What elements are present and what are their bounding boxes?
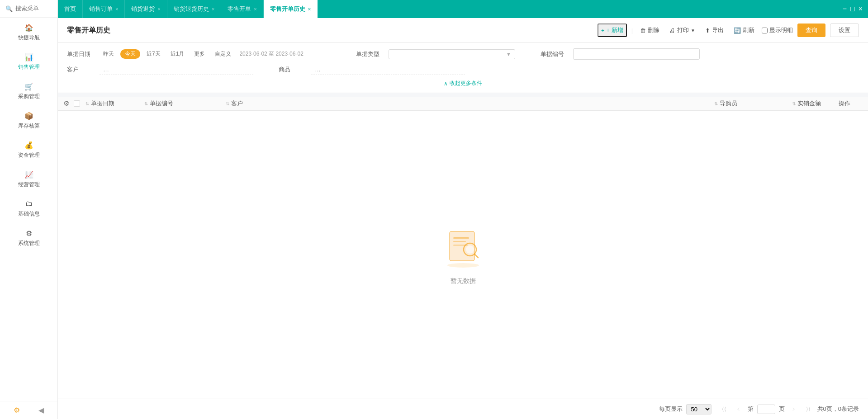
collapse-button[interactable]: ∧ 收起更多条件 <box>444 80 482 87</box>
print-button[interactable]: 🖨 打印 ▼ <box>667 24 698 36</box>
inventory-icon: 📦 <box>24 111 33 120</box>
collapse-up-icon: ∧ <box>444 80 448 87</box>
tab-retail-open-history[interactable]: 零售开单历史 × <box>264 0 318 18</box>
tab-retail-open[interactable]: 零售开单 × <box>221 0 263 18</box>
sidebar-item-basic-info[interactable]: 🗂 基础信息 <box>0 194 57 223</box>
sidebar-bottom: ⚙ ◀ <box>0 401 57 419</box>
tab-retail-open-close[interactable]: × <box>254 6 256 12</box>
tab-retail-open-label: 零售开单 <box>228 5 251 13</box>
page-next-button[interactable]: ﹥ <box>788 404 799 414</box>
sidebar-item-purchase-mgmt[interactable]: 🛒 采购管理 <box>0 76 57 106</box>
date-btn-yesterday[interactable]: 昨天 <box>100 49 118 59</box>
th-date: ⇅ 单据日期 <box>80 99 139 108</box>
svg-point-0 <box>447 263 479 268</box>
th-amount: ⇅ 实销金额 <box>763 99 826 108</box>
sidebar-search[interactable]: 🔍 搜索采单 <box>0 0 57 18</box>
customer-input[interactable] <box>100 64 253 75</box>
select-all-checkbox[interactable] <box>74 100 80 107</box>
th-guide: ⇅ 导购员 <box>709 99 763 108</box>
tab-home-label: 首页 <box>64 5 76 13</box>
sort-number-icon[interactable]: ⇅ <box>144 101 148 106</box>
add-button[interactable]: + + 新增 <box>598 24 627 37</box>
sidebar-item-label: 采购管理 <box>18 93 40 100</box>
window-close-icon[interactable]: × <box>859 5 863 13</box>
page-area: 零售开单历史 + + 新增 | 🗑 删除 🖨 打印 ▼ <box>58 18 868 419</box>
doc-number-input[interactable] <box>573 48 700 60</box>
tab-sales-return-history[interactable]: 销货退货历史 × <box>167 0 221 18</box>
window-maximize-icon[interactable]: □ <box>850 5 855 13</box>
collapse-sidebar-icon[interactable]: ◀ <box>38 406 44 414</box>
export-button[interactable]: ⬆ 导出 <box>702 24 726 36</box>
query-button[interactable]: 查询 <box>797 24 825 37</box>
th-number: ⇅ 单据编号 <box>139 99 220 108</box>
sidebar-item-label: 系统管理 <box>18 240 40 247</box>
pagination-total: 共0页，0条记录 <box>817 405 859 413</box>
sidebar-item-label: 基础信息 <box>18 210 40 218</box>
date-btn-today[interactable]: 今天 <box>120 49 140 59</box>
settings-bottom-icon[interactable]: ⚙ <box>14 406 20 414</box>
sidebar-item-sales-mgmt[interactable]: 📊 销售管理 <box>0 47 57 76</box>
sidebar-search-label: 搜索采单 <box>15 5 39 13</box>
page-prev-button[interactable]: ﹤ <box>733 404 744 414</box>
tab-sales-order-close[interactable]: × <box>115 6 118 12</box>
svg-point-7 <box>466 245 474 254</box>
tab-sales-return-history-label: 销货退货历史 <box>174 5 209 13</box>
display-switch-checkbox[interactable] <box>762 28 768 33</box>
tab-sales-order[interactable]: 销售订单 × <box>83 0 125 18</box>
purchase-icon: 🛒 <box>24 82 33 91</box>
window-minimize-icon[interactable]: − <box>843 5 847 13</box>
date-filter-buttons: 昨天 今天 近7天 近1月 更多 自定义 2023-06-02 至 2023-0… <box>100 49 304 59</box>
doc-type-select[interactable]: ▼ <box>389 49 515 59</box>
sidebar-item-label: 库存核算 <box>18 122 40 130</box>
sort-amount-icon[interactable]: ⇅ <box>792 101 796 106</box>
th-customer: ⇅ 客户 <box>220 99 709 108</box>
delete-button[interactable]: 🗑 删除 <box>637 24 662 36</box>
goods-filter-label: 商品 <box>279 66 304 74</box>
tab-sales-return-history-close[interactable]: × <box>212 6 214 12</box>
sidebar-item-sys-mgmt[interactable]: ⚙ 系统管理 <box>0 223 57 253</box>
empty-state: 暂无数据 <box>58 111 868 399</box>
delete-icon: 🗑 <box>640 27 646 34</box>
date-btn-custom[interactable]: 自定义 <box>211 49 235 59</box>
page-header: 零售开单历史 + + 新增 | 🗑 删除 🖨 打印 ▼ <box>58 18 868 43</box>
per-page-label: 每页显示 <box>659 405 683 413</box>
basic-info-icon: 🗂 <box>24 199 33 208</box>
tab-sales-return[interactable]: 销货退货 × <box>125 0 167 18</box>
sales-icon: 📊 <box>24 52 33 61</box>
sidebar-item-operations[interactable]: 📈 经营管理 <box>0 165 57 194</box>
operations-icon: 📈 <box>24 170 33 179</box>
page-first-button[interactable]: ⟨⟨ <box>719 404 730 414</box>
sidebar-item-finance[interactable]: 💰 资金管理 <box>0 135 57 165</box>
home-icon: 🏠 <box>24 23 33 32</box>
table-settings-icon[interactable]: ⚙ <box>63 99 69 108</box>
sidebar-nav: 🏠 快捷导航 📊 销售管理 🛒 采购管理 📦 库存核算 💰 资金管理 📈 经营管… <box>0 18 57 401</box>
refresh-button[interactable]: 🔄 刷新 <box>731 24 757 36</box>
sort-customer-icon[interactable]: ⇅ <box>226 101 229 106</box>
sort-date-icon[interactable]: ⇅ <box>85 101 89 106</box>
svg-rect-3 <box>453 237 469 239</box>
page-input[interactable]: 1 <box>757 405 775 414</box>
sidebar-item-inventory[interactable]: 📦 库存核算 <box>0 106 57 135</box>
per-page-select[interactable]: 50 100 200 <box>686 404 711 414</box>
tab-sales-return-label: 销货退货 <box>131 5 155 13</box>
page-last-button[interactable]: ⟩⟩ <box>803 404 814 414</box>
date-btn-1month[interactable]: 近1月 <box>167 49 188 59</box>
tab-sales-return-close[interactable]: × <box>157 6 160 12</box>
tab-home[interactable]: 首页 <box>58 0 83 18</box>
filter-area: 单据日期 昨天 今天 近7天 近1月 更多 自定义 2023-06-02 至 2… <box>58 43 868 93</box>
tab-retail-open-history-close[interactable]: × <box>308 6 311 12</box>
date-btn-7days[interactable]: 近7天 <box>143 49 164 59</box>
sort-guide-icon[interactable]: ⇅ <box>714 101 718 106</box>
sidebar-item-label: 经营管理 <box>18 181 40 188</box>
page-title: 零售开单历史 <box>67 26 110 35</box>
goods-input[interactable] <box>311 64 465 75</box>
doc-type-filter-label: 单据类型 <box>356 50 381 58</box>
date-btn-more[interactable]: 更多 <box>190 49 209 59</box>
collapse-label: 收起更多条件 <box>450 80 482 87</box>
setting-button[interactable]: 设置 <box>830 24 859 37</box>
display-switch[interactable]: 显示明细 <box>762 26 793 34</box>
toolbar: + + 新增 | 🗑 删除 🖨 打印 ▼ ⬆ 导出 <box>598 24 859 37</box>
filter-row-1: 单据日期 昨天 今天 近7天 近1月 更多 自定义 2023-06-02 至 2… <box>67 48 859 60</box>
sidebar-item-quick-nav[interactable]: 🏠 快捷导航 <box>0 18 57 47</box>
filter-row-2: 客户 商品 <box>67 64 859 75</box>
